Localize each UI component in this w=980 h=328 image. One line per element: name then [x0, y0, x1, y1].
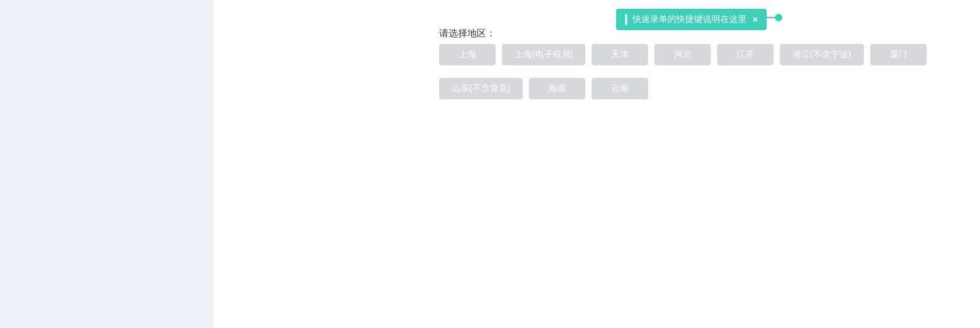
region-row-1: 上海上海(电子税局)天津河北江苏浙江(不含宁波)厦门 [439, 44, 927, 65]
region-button[interactable]: 上海(电子税局) [502, 44, 585, 65]
tooltip-banner: 快速录单的快捷键说明在这里 × [616, 9, 767, 30]
tooltip-bar [625, 14, 627, 25]
tooltip-dot [775, 14, 782, 21]
region-button[interactable]: 浙江(不含宁波) [780, 44, 863, 65]
region-button[interactable]: 厦门 [870, 44, 927, 65]
main-content: 快速录单的快捷键说明在这里 × 请选择地区： 上海上海(电子税局)天津河北江苏浙… [213, 0, 980, 328]
region-button[interactable]: 云南 [592, 78, 648, 99]
region-button[interactable]: 河北 [654, 44, 711, 65]
tooltip-text: 快速录单的快捷键说明在这里 [632, 14, 747, 25]
region-buttons: 上海上海(电子税局)天津河北江苏浙江(不含宁波)厦门 山东(不含青岛)海南云南 [439, 44, 980, 99]
region-button[interactable]: 海南 [529, 78, 585, 99]
region-button[interactable]: 上海 [439, 44, 496, 65]
region-button[interactable]: 天津 [592, 44, 648, 65]
region-button[interactable]: 江苏 [717, 44, 774, 65]
page-label: 请选择地区： [439, 28, 496, 40]
region-button[interactable]: 山东(不含青岛) [439, 78, 523, 99]
sidebar [0, 0, 213, 328]
region-row-2: 山东(不含青岛)海南云南 [439, 78, 648, 99]
close-button[interactable]: × [753, 14, 758, 25]
